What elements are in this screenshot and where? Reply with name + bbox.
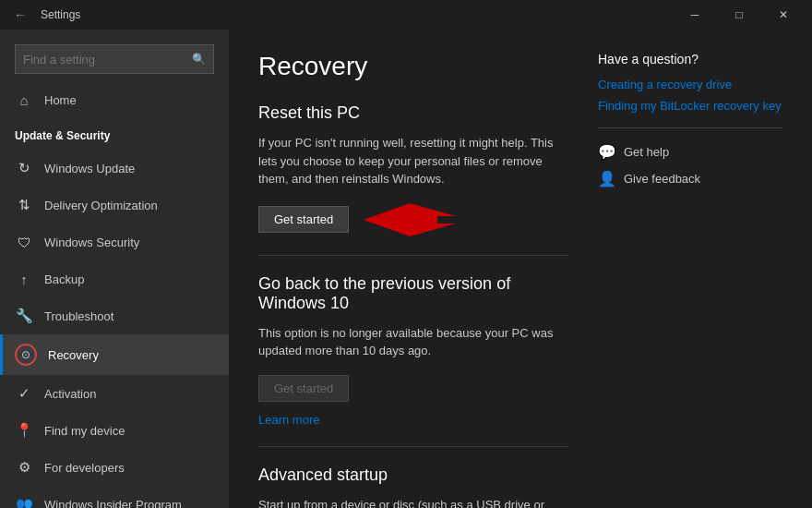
delivery-optimization-label: Delivery Optimization — [44, 199, 158, 212]
give-feedback-label: Give feedback — [624, 172, 700, 186]
for-developers-label: For developers — [44, 461, 125, 475]
learn-more-link[interactable]: Learn more — [258, 413, 319, 427]
recovery-label: Recovery — [48, 348, 99, 362]
get-help-label: Get help — [624, 145, 669, 159]
back-button[interactable]: ← — [7, 2, 33, 28]
creating-recovery-link[interactable]: Creating a recovery drive — [598, 78, 782, 91]
sidebar-item-home[interactable]: ⌂ Home — [0, 81, 229, 118]
get-help-icon: 💬 — [598, 143, 616, 161]
minimize-button[interactable]: ─ — [674, 0, 716, 30]
help-divider — [598, 127, 782, 128]
sidebar-search-container: 🔍 — [0, 30, 229, 81]
sidebar-item-windows-update[interactable]: ↻ Windows Update — [0, 150, 229, 187]
activation-icon: ✓ — [15, 384, 33, 403]
give-feedback-action[interactable]: 👤 Give feedback — [598, 170, 782, 187]
find-device-label: Find my device — [44, 424, 125, 438]
give-feedback-icon: 👤 — [598, 170, 616, 187]
windows-security-label: Windows Security — [44, 236, 139, 249]
sidebar-item-troubleshoot[interactable]: 🔧 Troubleshoot — [0, 297, 229, 334]
red-arrow-icon — [364, 203, 456, 236]
finding-bitlocker-link[interactable]: Finding my BitLocker recovery key — [598, 99, 782, 113]
window-controls: ─ □ ✕ — [674, 0, 805, 30]
activation-label: Activation — [44, 387, 96, 401]
sidebar-item-activation[interactable]: ✓ Activation — [0, 375, 229, 412]
troubleshoot-label: Troubleshoot — [44, 309, 113, 323]
sidebar-section-title: Update & Security — [0, 118, 229, 150]
sidebar-item-find-device[interactable]: 📍 Find my device — [0, 412, 229, 449]
windows-update-icon: ↻ — [15, 159, 33, 177]
windows-security-icon: 🛡 — [15, 233, 33, 251]
sidebar-item-windows-security[interactable]: 🛡 Windows Security — [0, 224, 229, 260]
get-help-action[interactable]: 💬 Get help — [598, 143, 782, 161]
divider-2 — [258, 446, 568, 447]
svg-marker-0 — [364, 203, 456, 236]
sidebar-item-delivery-optimization[interactable]: ⇅ Delivery Optimization — [0, 187, 229, 224]
sidebar: 🔍 ⌂ Home Update & Security ↻ Windows Upd… — [0, 30, 229, 508]
reset-pc-description: If your PC isn't running well, resetting… — [258, 134, 568, 188]
section-go-back: Go back to the previous version of Windo… — [258, 274, 568, 428]
title-bar: ← Settings ─ □ ✕ — [0, 0, 812, 30]
reset-pc-button[interactable]: Get started — [258, 206, 349, 233]
page-title: Recovery — [258, 52, 568, 81]
home-label: Home — [44, 93, 77, 107]
search-input[interactable] — [23, 53, 206, 67]
for-developers-icon: ⚙ — [15, 458, 33, 477]
back-icon: ← — [14, 7, 27, 22]
backup-icon: ↑ — [15, 270, 33, 288]
arrow-container: Get started — [258, 203, 568, 236]
windows-insider-icon: 👥 — [15, 495, 33, 508]
go-back-description: This option is no longer available becau… — [258, 324, 568, 360]
section-advanced-startup: Advanced startup Start up from a device … — [258, 466, 568, 509]
sidebar-item-recovery[interactable]: ⊙ Recovery — [0, 334, 229, 375]
help-title: Have a question? — [598, 52, 782, 67]
sidebar-item-for-developers[interactable]: ⚙ For developers — [0, 449, 229, 486]
search-icon: 🔍 — [192, 53, 206, 66]
sidebar-item-backup[interactable]: ↑ Backup — [0, 260, 229, 297]
go-back-button: Get started — [258, 375, 349, 402]
troubleshoot-icon: 🔧 — [15, 307, 33, 325]
search-box[interactable]: 🔍 — [15, 44, 214, 74]
main-panel: Recovery Reset this PC If your PC isn't … — [229, 30, 812, 508]
maximize-button[interactable]: □ — [718, 0, 760, 30]
section-reset-pc: Reset this PC If your PC isn't running w… — [258, 103, 568, 236]
find-device-icon: 📍 — [15, 421, 33, 440]
advanced-startup-description: Start up from a device or disc (such as … — [258, 496, 568, 509]
reset-pc-title: Reset this PC — [258, 103, 568, 123]
backup-label: Backup — [44, 272, 84, 286]
windows-insider-label: Windows Insider Program — [44, 498, 182, 509]
home-icon: ⌂ — [15, 91, 33, 109]
sidebar-item-windows-insider[interactable]: 👥 Windows Insider Program — [0, 486, 229, 508]
app-body: 🔍 ⌂ Home Update & Security ↻ Windows Upd… — [0, 30, 812, 508]
go-back-title: Go back to the previous version of Windo… — [258, 274, 568, 313]
main-content: Recovery Reset this PC If your PC isn't … — [258, 52, 568, 486]
close-button[interactable]: ✕ — [762, 0, 805, 30]
divider-1 — [258, 255, 568, 256]
title-bar-left: ← Settings — [7, 2, 80, 28]
app-title: Settings — [41, 8, 80, 21]
delivery-optimization-icon: ⇅ — [15, 196, 33, 214]
windows-update-label: Windows Update — [44, 162, 135, 175]
recovery-icon: ⊙ — [15, 344, 37, 366]
right-panel: Have a question? Creating a recovery dri… — [598, 52, 782, 486]
advanced-startup-title: Advanced startup — [258, 466, 568, 485]
